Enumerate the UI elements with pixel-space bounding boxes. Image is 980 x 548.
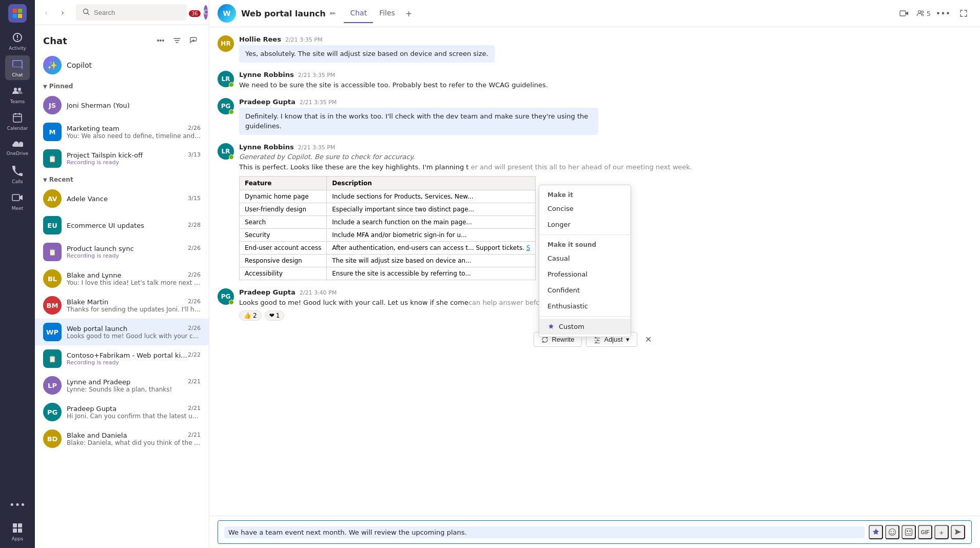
more-options-button[interactable]: •••	[153, 33, 168, 48]
dropdown-item-professional[interactable]: Professional	[539, 266, 631, 282]
chat-item-name-blake-martin: Blake Martin	[67, 298, 108, 306]
back-arrow[interactable]: ‹	[39, 5, 53, 19]
tab-chat[interactable]: Chat	[344, 5, 373, 23]
search-bar[interactable]	[76, 4, 187, 21]
chat-item-time-project: 3/13	[188, 151, 201, 159]
reaction-thumbsup[interactable]: 👍 2	[239, 310, 262, 321]
chat-header: W Web portal launch ✏️ Chat Files + 5 ••…	[209, 0, 980, 27]
chat-item-info-blake-daniela: Blake and Daniela 2/21 Blake: Daniela, w…	[67, 432, 201, 446]
sidebar-icon-meet[interactable]: Meet	[5, 189, 30, 213]
dropdown-divider2	[539, 316, 631, 317]
meet-icon	[12, 192, 23, 205]
dropdown-item-enthusiastic[interactable]: Enthusiastic	[539, 298, 631, 314]
search-input[interactable]	[94, 9, 180, 16]
heart-count: 1	[276, 312, 280, 319]
dropdown-item-casual[interactable]: Casual	[539, 250, 631, 266]
list-item-joni[interactable]: JS Joni Sherman (You)	[35, 92, 209, 119]
dropdown-item-concise[interactable]: Concise	[539, 201, 631, 217]
list-item-product[interactable]: 📋 Product launch sync 2/26 Recording is …	[35, 239, 209, 265]
msg-time-pradeep1: 2/21 3:35 PM	[300, 99, 337, 106]
list-item-web-portal[interactable]: WP Web portal launch 2/26 Looks good to …	[35, 319, 209, 345]
list-item-lynne-pradeep[interactable]: LP Lynne and Pradeep 2/21 Lynne: Sounds …	[35, 372, 209, 399]
video-call-button[interactable]	[896, 5, 912, 22]
chat-header-title: Web portal launch	[241, 9, 326, 18]
table-row: User-friendly design Especially importan…	[240, 203, 536, 216]
chat-item-time-pradeep: 2/21	[188, 405, 201, 413]
pinned-section-header[interactable]: ▼ Pinned	[35, 79, 209, 92]
table-cell-feature: Dynamic home page	[240, 190, 327, 203]
activity-label: Activity	[9, 46, 26, 51]
custom-icon	[547, 323, 555, 330]
list-item-adele[interactable]: AV Adele Vance 3/15	[35, 185, 209, 212]
list-item-blake-martin[interactable]: BM Blake Martin 2/26 Thanks for sending …	[35, 292, 209, 319]
sidebar-icon-activity[interactable]: Activity	[5, 29, 30, 53]
list-item-contoso[interactable]: 📋 Contoso+Fabrikam - Web portal ki... 2/…	[35, 345, 209, 372]
sidebar-icon-calendar[interactable]: Calendar	[5, 109, 30, 133]
chat-item-preview-web-portal: Looks good to me! Good luck with your ca…	[67, 332, 201, 340]
new-chat-button[interactable]	[186, 33, 201, 48]
sidebar-icon-calls[interactable]: Calls	[5, 162, 30, 187]
dropdown-item-custom[interactable]: Custom	[539, 319, 631, 335]
more-compose-button[interactable]: +	[934, 525, 949, 539]
sidebar-icon-apps[interactable]: Apps	[5, 519, 30, 544]
msg-header-hollie: Hollie Rees 2/21 3:35 PM	[239, 35, 972, 43]
ms-logo[interactable]	[8, 4, 27, 23]
sidebar-icon-more[interactable]: •••	[5, 493, 30, 517]
list-item-pradeep[interactable]: PG Pradeep Gupta 2/21 Hi Joni. Can you c…	[35, 399, 209, 425]
chat-sidebar-label: Chat	[12, 72, 23, 77]
sidebar-icon-onedrive[interactable]: OneDrive	[5, 135, 30, 160]
list-item-marketing[interactable]: M Marketing team 2/26 You: We also need …	[35, 119, 209, 145]
sidebar-icon-chat[interactable]: Chat	[5, 55, 30, 80]
table-row: Security Include MFA and/or biometric si…	[240, 228, 536, 241]
edit-title-icon[interactable]: ✏️	[330, 9, 336, 17]
more-header-button[interactable]: •••	[935, 5, 951, 22]
chat-item-name-lynne-pradeep: Lynne and Pradeep	[67, 378, 130, 386]
list-item-blake-lynne[interactable]: BL Blake and Lynne 2/26 You: I love this…	[35, 265, 209, 292]
chat-item-preview-product: Recording is ready	[67, 252, 201, 259]
chat-item-time-marketing: 2/26	[188, 125, 201, 132]
close-ai-button[interactable]: ✕	[641, 332, 656, 347]
copilot-name: Copilot	[67, 61, 92, 69]
sidebar-icon-teams[interactable]: Teams	[5, 82, 30, 107]
chat-item-name-contoso: Contoso+Fabrikam - Web portal ki...	[67, 351, 187, 359]
recent-section-header[interactable]: ▼ Recent	[35, 172, 209, 185]
chevron-down-icon: ▼	[43, 84, 47, 89]
tab-files[interactable]: Files	[373, 5, 401, 23]
list-item-project[interactable]: 📋 Project Tailspin kick-off 3/13 Recordi…	[35, 145, 209, 172]
list-item-ecommerce[interactable]: EU Ecommerce UI updates 2/28	[35, 212, 209, 239]
msg-main-text-copilot: This is perfect. Looks like these are th…	[239, 163, 468, 171]
emoji-button[interactable]	[885, 525, 899, 539]
dropdown-item-confident[interactable]: Confident	[539, 282, 631, 298]
dropdown-item-longer[interactable]: Longer	[539, 217, 631, 232]
svg-point-18	[893, 531, 894, 532]
chat-sidebar-icon	[12, 58, 23, 71]
chat-item-name-joni: Joni Sherman (You)	[67, 102, 201, 109]
gif-button[interactable]: GIF	[918, 525, 932, 539]
msg-header-pradeep1: Pradeep Gupta 2/21 3:35 PM	[239, 98, 972, 106]
expand-button[interactable]	[955, 5, 972, 22]
recent-label: Recent	[49, 176, 73, 183]
svg-point-21	[909, 531, 911, 532]
ai-compose-button[interactable]	[869, 525, 883, 539]
list-item-blake-daniela[interactable]: BD Blake and Daniela 2/21 Blake: Daniela…	[35, 425, 209, 452]
reaction-heart[interactable]: ❤️ 1	[265, 310, 285, 321]
svg-rect-11	[18, 529, 22, 533]
send-button[interactable]	[951, 525, 965, 539]
tab-add[interactable]: +	[401, 5, 416, 23]
table-row: Accessibility Ensure the site is accessi…	[240, 267, 536, 280]
meet-label: Meet	[12, 206, 23, 211]
msg-sender-pradeep2: Pradeep Gupta	[239, 288, 296, 296]
copilot-item[interactable]: ✨ Copilot	[35, 52, 209, 79]
sticker-button[interactable]	[901, 525, 916, 539]
avatar-product: 📋	[43, 243, 62, 261]
calls-label: Calls	[12, 179, 23, 184]
chat-item-preview-blake-lynne: You: I love this idea! Let's talk more n…	[67, 279, 201, 286]
user-avatar[interactable]: C	[204, 5, 208, 19]
compose-text[interactable]: We have a team event next month. We will…	[224, 526, 865, 538]
filter-button[interactable]	[170, 33, 184, 48]
forward-arrow[interactable]: ›	[55, 5, 70, 19]
chat-item-time-web-portal: 2/26	[188, 325, 201, 332]
chat-item-info-blake-lynne: Blake and Lynne 2/26 You: I love this id…	[67, 271, 201, 286]
chat-item-name-blake-lynne: Blake and Lynne	[67, 271, 122, 279]
participants-button[interactable]: 5	[916, 9, 931, 17]
